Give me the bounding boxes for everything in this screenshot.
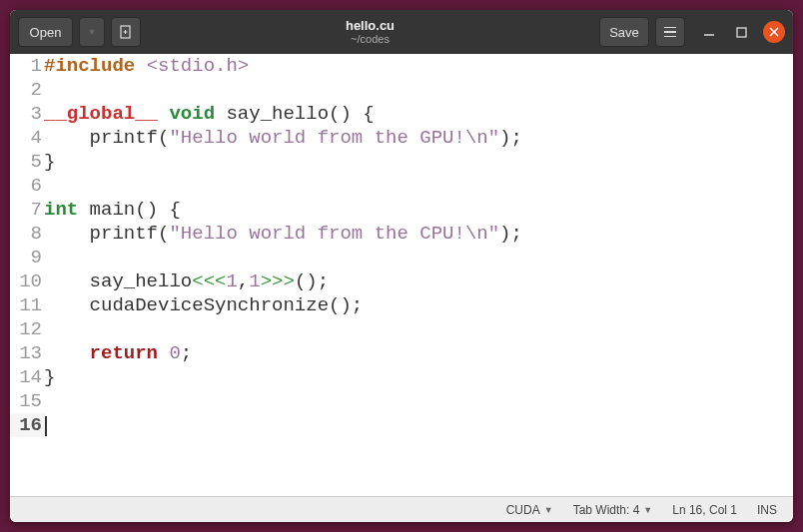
code-line[interactable]: 15 (10, 389, 793, 413)
code-content[interactable]: return 0; (44, 341, 192, 365)
maximize-icon (736, 27, 747, 38)
code-content[interactable]: cudaDeviceSynchronize(); (44, 293, 363, 317)
code-line[interactable]: 4 printf("Hello world from the GPU!\n"); (10, 126, 793, 150)
code-line[interactable]: 14} (10, 365, 793, 389)
save-button[interactable]: Save (599, 17, 649, 47)
line-number: 12 (10, 317, 44, 341)
statusbar: CUDA ▼ Tab Width: 4 ▼ Ln 16, Col 1 INS (10, 496, 793, 522)
window-controls (699, 21, 785, 43)
line-number: 9 (10, 246, 44, 269)
code-line[interactable]: 7int main() { (10, 198, 793, 222)
line-number: 10 (10, 269, 44, 293)
close-button[interactable] (763, 21, 785, 43)
code-content[interactable] (44, 413, 47, 437)
svg-rect-4 (737, 28, 746, 37)
tabwidth-selector[interactable]: Tab Width: 4 ▼ (573, 503, 653, 517)
code-content[interactable]: int main() { (44, 198, 181, 222)
code-line[interactable]: 2 (10, 78, 793, 102)
minimize-icon (703, 26, 715, 38)
code-content[interactable]: say_hello<<<1,1>>>(); (44, 269, 329, 293)
hamburger-menu-button[interactable] (655, 17, 685, 47)
chevron-down-icon: ▼ (88, 27, 97, 37)
open-button[interactable]: Open (18, 17, 73, 47)
line-number: 13 (10, 341, 44, 365)
document-path: ~/codes (147, 33, 593, 46)
new-document-icon (119, 25, 133, 39)
code-content[interactable]: #include <stdio.h> (44, 54, 249, 78)
code-line[interactable]: 5} (10, 150, 793, 174)
maximize-button[interactable] (731, 22, 751, 42)
code-content[interactable]: } (44, 150, 55, 174)
line-number: 11 (10, 293, 44, 317)
code-content[interactable]: } (44, 365, 55, 389)
code-line[interactable]: 1#include <stdio.h> (10, 54, 793, 78)
code-line[interactable]: 3__global__ void say_hello() { (10, 102, 793, 126)
code-content[interactable]: printf("Hello world from the CPU!\n"); (44, 222, 522, 246)
tabwidth-label: Tab Width: 4 (573, 503, 640, 517)
line-number: 3 (10, 102, 44, 126)
language-selector[interactable]: CUDA ▼ (506, 503, 553, 517)
open-recent-dropdown[interactable]: ▼ (79, 17, 105, 47)
line-number: 14 (10, 365, 44, 389)
language-label: CUDA (506, 503, 540, 517)
code-line[interactable]: 13 return 0; (10, 341, 793, 365)
line-number: 1 (10, 54, 44, 78)
insert-mode[interactable]: INS (757, 503, 777, 517)
title-area: hello.cu ~/codes (147, 18, 593, 47)
code-line[interactable]: 9 (10, 246, 793, 269)
chevron-down-icon: ▼ (544, 505, 553, 515)
text-cursor (45, 416, 47, 436)
code-content[interactable]: __global__ void say_hello() { (44, 102, 375, 126)
code-line[interactable]: 11 cudaDeviceSynchronize(); (10, 293, 793, 317)
line-number: 15 (10, 389, 44, 413)
editor-window: Open ▼ hello.cu ~/codes Save (10, 10, 793, 522)
line-number: 8 (10, 222, 44, 246)
line-number: 4 (10, 126, 44, 150)
code-line[interactable]: 6 (10, 174, 793, 198)
code-editor[interactable]: 1#include <stdio.h>23__global__ void say… (10, 54, 793, 496)
code-line[interactable]: 10 say_hello<<<1,1>>>(); (10, 269, 793, 293)
chevron-down-icon: ▼ (643, 505, 652, 515)
line-number: 6 (10, 174, 44, 198)
code-line[interactable]: 12 (10, 317, 793, 341)
line-number: 16 (10, 413, 44, 437)
line-number: 7 (10, 198, 44, 222)
new-tab-button[interactable] (111, 17, 141, 47)
line-number: 2 (10, 78, 44, 102)
code-line[interactable]: 16 (10, 413, 793, 437)
code-content[interactable]: printf("Hello world from the GPU!\n"); (44, 126, 522, 150)
hamburger-icon (664, 27, 676, 38)
code-line[interactable]: 8 printf("Hello world from the CPU!\n"); (10, 222, 793, 246)
document-title: hello.cu (147, 18, 593, 34)
line-number: 5 (10, 150, 44, 174)
titlebar: Open ▼ hello.cu ~/codes Save (10, 10, 793, 54)
cursor-position[interactable]: Ln 16, Col 1 (672, 503, 737, 517)
minimize-button[interactable] (699, 22, 719, 42)
close-icon (769, 27, 779, 37)
